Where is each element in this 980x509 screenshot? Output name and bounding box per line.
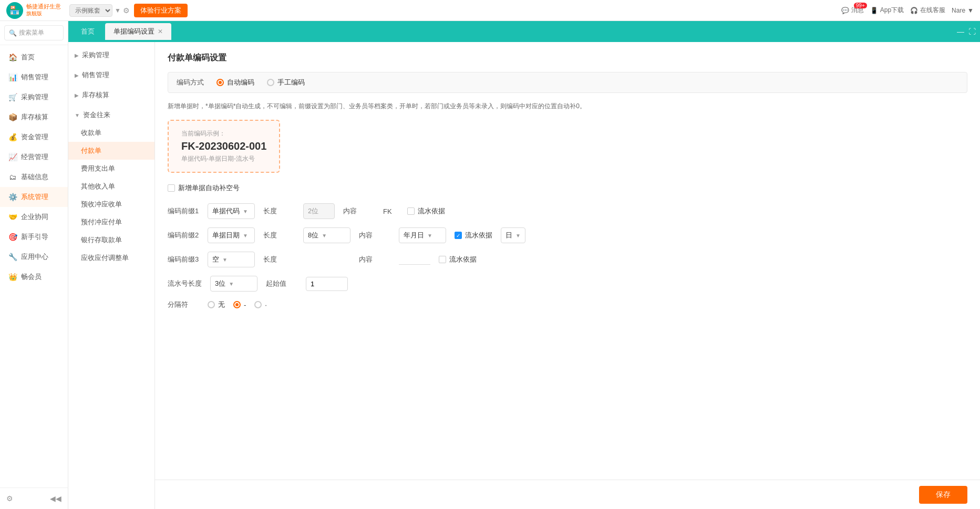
- prefix2-content-arrow-icon: ▼: [427, 233, 432, 238]
- sub-nav-group-sales: ▶ 销售管理: [68, 66, 154, 84]
- sub-nav-advance-pay[interactable]: 预付冲应付单: [68, 213, 154, 231]
- sidebar-item-sales[interactable]: 📊 销售管理: [0, 67, 68, 87]
- sidebar-bottom: ⚙ ◀◀: [0, 487, 68, 509]
- prefix2-stream-checkbox[interactable]: ✓: [455, 232, 462, 239]
- dropdown-btn[interactable]: ▼: [115, 7, 121, 14]
- start-value-input[interactable]: [306, 277, 348, 291]
- serial-length-value: 3位: [215, 279, 225, 288]
- guide-icon: 🎯: [8, 233, 17, 241]
- minimize-btn[interactable]: —: [957, 27, 964, 36]
- save-button[interactable]: 保存: [919, 486, 967, 504]
- settings-icon[interactable]: ⚙: [123, 6, 130, 15]
- date-unit-arrow-icon: ▼: [515, 233, 521, 238]
- prefix2-length-select[interactable]: 8位 ▼: [303, 227, 350, 243]
- sidebar-item-purchase[interactable]: 🛒 采购管理: [0, 87, 68, 107]
- serial-length-label: 流水号长度: [168, 279, 202, 288]
- prefix2-select[interactable]: 单据日期 ▼: [208, 227, 255, 243]
- separator-none-dot: [208, 301, 215, 308]
- preview-title: 当前编码示例：: [181, 129, 266, 138]
- sidebar-item-business-label: 经营管理: [21, 152, 48, 162]
- separator-dash-label: -: [244, 301, 246, 309]
- preview-code: FK-20230602-001: [181, 140, 266, 152]
- sub-nav-capital-header[interactable]: ▼ 资金往来: [68, 106, 154, 124]
- brand-name: 畅捷通好生意: [26, 3, 61, 10]
- service-btn[interactable]: 🎧 在线客服: [910, 6, 945, 15]
- separator-radio-group: 无 - ·: [208, 300, 267, 309]
- capital-arrow-icon: ▼: [75, 112, 80, 118]
- serial-length-select[interactable]: 3位 ▼: [210, 276, 257, 292]
- sub-nav-other-income[interactable]: 其他收入单: [68, 178, 154, 195]
- enterprise-icon: 🤝: [8, 213, 17, 221]
- main-layout: 🔍 搜索菜单 🏠 首页 📊 销售管理 🛒 采购管理 📦 库存核算 💰: [0, 21, 980, 509]
- sub-nav-purchase-header[interactable]: ▶ 采购管理: [68, 46, 154, 64]
- sub-nav-adjust[interactable]: 应收应付调整单: [68, 249, 154, 267]
- bottom-bar: 保存: [155, 480, 980, 509]
- sidebar-item-inventory[interactable]: 📦 库存核算: [0, 107, 68, 127]
- start-value-label: 起始值: [266, 279, 297, 288]
- tab-home[interactable]: 首页: [73, 23, 103, 40]
- auto-encoding-option[interactable]: 自动编码: [216, 78, 254, 87]
- prefix1-length-value: 2位: [308, 207, 318, 215]
- sub-nav-receipt[interactable]: 收款单: [68, 124, 154, 142]
- prefix3-label: 编码前缀3: [168, 255, 199, 264]
- maximize-btn[interactable]: ⛶: [968, 27, 976, 36]
- sidebar-item-basic[interactable]: 🗂 基础信息: [0, 167, 68, 187]
- brand-sub: 旗舰版: [26, 10, 61, 17]
- sidebar-item-capital[interactable]: 💰 资金管理: [0, 127, 68, 147]
- appstore-icon: 🔧: [8, 253, 17, 261]
- sidebar-item-guide[interactable]: 🎯 新手引导: [0, 227, 68, 247]
- separator-dot-option[interactable]: ·: [254, 301, 267, 309]
- member-icon: 👑: [8, 273, 17, 281]
- tab-close-icon[interactable]: ✕: [158, 28, 163, 35]
- prefix2-content-select[interactable]: 年月日 ▼: [399, 227, 446, 243]
- sidebar-item-appstore[interactable]: 🔧 应用中心: [0, 247, 68, 267]
- sidebar-item-enterprise[interactable]: 🤝 企业协同: [0, 207, 68, 227]
- tab-encoding[interactable]: 单据编码设置 ✕: [105, 23, 171, 40]
- prefix1-stream-checkbox[interactable]: [407, 207, 415, 215]
- search-menu-btn[interactable]: 🔍 搜索菜单: [4, 25, 64, 40]
- sub-nav-inventory-header[interactable]: ▶ 库存核算: [68, 86, 154, 104]
- company-selector[interactable]: 示例账套: [69, 4, 112, 17]
- date-unit-select[interactable]: 日 ▼: [501, 227, 525, 243]
- sidebar-item-purchase-label: 采购管理: [21, 92, 48, 102]
- settings-bottom-btn[interactable]: ⚙: [4, 492, 15, 505]
- sidebar-item-home[interactable]: 🏠 首页: [0, 47, 68, 67]
- system-icon: ⚙️: [8, 193, 17, 201]
- app-icon: 📱: [870, 7, 878, 14]
- user-menu[interactable]: Nare ▼: [952, 7, 974, 14]
- separator-none-option[interactable]: 无: [208, 300, 225, 309]
- home-icon: 🏠: [8, 53, 17, 61]
- sub-nav-expense[interactable]: 费用支出单: [68, 160, 154, 178]
- prefix3-select[interactable]: 空 ▼: [208, 252, 255, 267]
- sub-nav-advance-receive[interactable]: 预收冲应收单: [68, 195, 154, 213]
- message-btn[interactable]: 💬 消息 99+: [841, 6, 864, 15]
- prefix3-stream-checkbox[interactable]: [439, 256, 446, 263]
- separator-dash-option[interactable]: -: [233, 301, 246, 309]
- header-left: 🏪 畅捷通好生意 旗舰版 示例账套 ▼ ⚙ 体验行业方案: [6, 2, 188, 19]
- sidebar-item-member[interactable]: 👑 畅会员: [0, 267, 68, 287]
- prefix2-length-label: 长度: [263, 231, 295, 240]
- sidebar-item-business[interactable]: 📈 经营管理: [0, 147, 68, 167]
- sales-icon: 📊: [8, 73, 17, 81]
- prefix2-stream-label: 流水依据: [465, 231, 492, 240]
- service-icon: 🎧: [910, 7, 918, 14]
- sidebar-item-system[interactable]: ⚙️ 系统管理: [0, 187, 68, 207]
- prefix1-select[interactable]: 单据代码 ▼: [208, 203, 255, 219]
- separator-label: 分隔符: [168, 300, 199, 309]
- prefix-row-1: 编码前缀1 单据代码 ▼ 长度 2位 内容 FK 流水依: [168, 203, 967, 219]
- sub-nav-payment[interactable]: 付款单: [68, 142, 154, 160]
- sidebar-item-basic-label: 基础信息: [21, 172, 48, 182]
- sidebar-item-appstore-label: 应用中心: [21, 252, 48, 262]
- prefix3-content-value: [399, 254, 430, 265]
- manual-encoding-option[interactable]: 手工编码: [267, 78, 305, 87]
- sub-nav-sales-header[interactable]: ▶ 销售管理: [68, 66, 154, 84]
- serial-length-arrow-icon: ▼: [229, 281, 234, 287]
- prefix1-arrow-icon: ▼: [243, 209, 248, 214]
- prefix1-length-label: 长度: [263, 206, 295, 216]
- collapse-btn[interactable]: ◀◀: [48, 492, 64, 505]
- app-download-btn[interactable]: 📱 App下载: [870, 6, 904, 15]
- demo-btn[interactable]: 体验行业方案: [134, 4, 188, 17]
- auto-fill-checkbox[interactable]: [168, 184, 175, 192]
- main-content-wrapper: ▶ 采购管理 ▶ 销售管理 ▶ 库存核算: [68, 42, 980, 509]
- sub-nav-bank-deposit[interactable]: 银行存取款单: [68, 231, 154, 249]
